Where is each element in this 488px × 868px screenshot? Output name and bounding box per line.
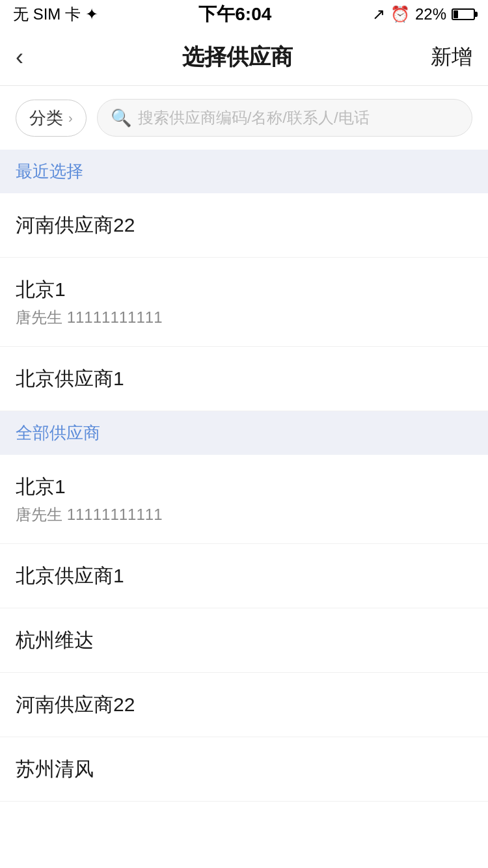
item-name: 河南供应商22 — [16, 211, 472, 239]
list-item[interactable]: 北京供应商1 — [0, 544, 488, 608]
search-box[interactable]: 🔍 搜索供应商编码/名称/联系人/电话 — [97, 99, 472, 137]
item-name: 杭州维达 — [16, 627, 472, 654]
add-button[interactable]: 新增 — [420, 43, 472, 72]
status-bar: 无 SIM 卡 ✦ 下午6:04 ↗ ⏰ 22% — [0, 0, 488, 29]
list-item[interactable]: 北京1唐先生 11111111111 — [0, 258, 488, 347]
status-time: 下午6:04 — [198, 2, 271, 27]
item-name: 北京1 — [16, 276, 472, 303]
all-items-list: 北京1唐先生 11111111111北京供应商1杭州维达河南供应商22苏州清风 — [0, 455, 488, 802]
list-item[interactable]: 北京供应商1 — [0, 347, 488, 411]
item-name: 河南供应商22 — [16, 691, 472, 718]
back-button[interactable]: ‹ — [16, 44, 55, 71]
alarm-icon: ⏰ — [390, 5, 410, 23]
nav-bar: ‹ 选择供应商 新增 — [0, 29, 488, 86]
recent-section-header: 最近选择 — [0, 150, 488, 193]
list-item[interactable]: 苏州清风 — [0, 737, 488, 802]
item-name: 北京供应商1 — [16, 562, 472, 590]
item-sub: 唐先生 11111111111 — [16, 504, 472, 525]
recent-items-list: 河南供应商22北京1唐先生 11111111111北京供应商1 — [0, 193, 488, 411]
chevron-right-icon: › — [68, 111, 73, 126]
status-left: 无 SIM 卡 ✦ — [13, 4, 98, 25]
location-icon: ↗ — [372, 5, 385, 23]
item-name: 北京供应商1 — [16, 365, 472, 392]
search-icon: 🔍 — [111, 108, 131, 128]
item-name: 苏州清风 — [16, 755, 472, 783]
category-label: 分类 — [29, 107, 63, 129]
status-right: ↗ ⏰ 22% — [372, 5, 475, 23]
item-name: 北京1 — [16, 473, 472, 500]
category-button[interactable]: 分类 › — [16, 100, 87, 137]
all-section-header: 全部供应商 — [0, 411, 488, 455]
list-item[interactable]: 河南供应商22 — [0, 193, 488, 258]
list-item[interactable]: 河南供应商22 — [0, 673, 488, 737]
search-placeholder: 搜索供应商编码/名称/联系人/电话 — [138, 107, 370, 128]
page-title: 选择供应商 — [182, 42, 293, 72]
item-sub: 唐先生 11111111111 — [16, 307, 472, 328]
battery-icon — [452, 8, 475, 20]
filter-bar: 分类 › 🔍 搜索供应商编码/名称/联系人/电话 — [0, 86, 488, 150]
sim-status: 无 SIM 卡 ✦ — [13, 4, 98, 25]
battery-percent: 22% — [415, 5, 446, 23]
list-item[interactable]: 北京1唐先生 11111111111 — [0, 455, 488, 544]
list-item[interactable]: 杭州维达 — [0, 608, 488, 673]
